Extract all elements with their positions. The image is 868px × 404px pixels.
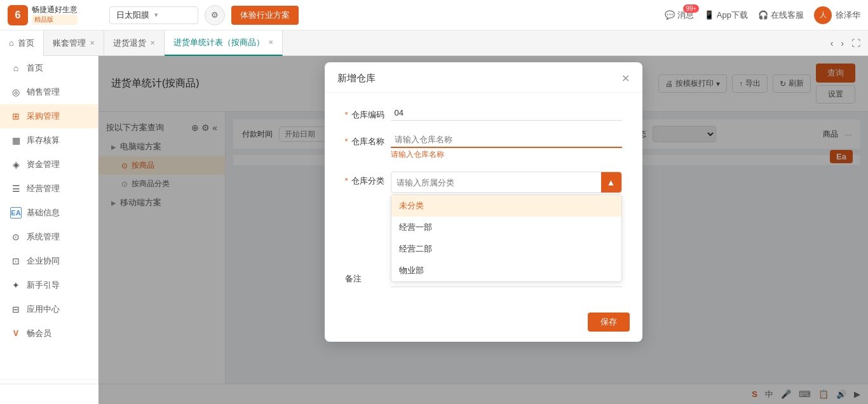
sidebar-item-vip[interactable]: V 畅会员 (0, 321, 98, 346)
category-toggle-button[interactable]: ▲ (601, 172, 621, 192)
save-button[interactable]: 保存 (588, 313, 630, 332)
tab-bar: ⌂ 首页 账套管理 ✕ 进货退货 ✕ 进货单统计表（按商品） ✕ ‹ › ⛶ (0, 30, 868, 56)
app-download-nav[interactable]: 📱 App下载 (704, 10, 748, 21)
message-icon: 💬 (665, 10, 675, 20)
basic-icon: EA (10, 207, 22, 219)
sidebar-item-system[interactable]: ⊙ 系统管理 (0, 225, 98, 249)
modal-body: * 仓库编码 * 仓库名称 请输入仓库名称 (325, 93, 642, 305)
tab-actions: ‹ › ⛶ (828, 36, 868, 51)
tab-accounts[interactable]: 账套管理 ✕ (44, 30, 104, 56)
sidebar-item-enterprise[interactable]: ⊡ 企业协同 (0, 249, 98, 273)
system-icon: ⊙ (10, 231, 22, 243)
tab-close-icon[interactable]: ✕ (90, 39, 95, 46)
sidebar: ⌂ 首页 ◎ 销售管理 ⊞ 采购管理 ▦ 库存核算 ◈ 资金管理 ☰ 经营管理 … (0, 56, 98, 404)
sidebar-item-home[interactable]: ⌂ 首页 (0, 56, 98, 80)
app-badge: 精品版 (32, 15, 78, 25)
header-right: 💬 消息 99+ 📱 App下载 🎧 在线客服 人 徐泽华 (665, 6, 860, 24)
sales-icon: ◎ (10, 86, 22, 98)
category-label: * 仓库分类 (345, 172, 391, 187)
operations-icon: ☰ (10, 183, 22, 194)
modal-header: 新增仓库 ✕ (325, 62, 642, 93)
sidebar-item-finance[interactable]: ◈ 资金管理 (0, 152, 98, 177)
sidebar-item-operations[interactable]: ☰ 经营管理 (0, 177, 98, 201)
username: 徐泽华 (836, 10, 860, 21)
sidebar-item-inventory[interactable]: ▦ 库存核算 (0, 128, 98, 152)
finance-icon: ◈ (10, 159, 22, 170)
modal-footer: 保存 (325, 305, 642, 342)
tab-purchase-stats[interactable]: 进货单统计表（按商品） ✕ (165, 30, 283, 56)
app-logo-icon: 6 (8, 5, 28, 25)
sidebar-item-purchase[interactable]: ⊞ 采购管理 (0, 104, 98, 128)
experience-button[interactable]: 体验行业方案 (231, 6, 299, 25)
vip-icon: V (10, 328, 22, 339)
category-input[interactable] (391, 175, 601, 191)
code-field-row: * 仓库编码 (345, 105, 622, 121)
sidebar-item-sales[interactable]: ◎ 销售管理 (0, 80, 98, 104)
sidebar-item-apps[interactable]: ⊟ 应用中心 (0, 297, 98, 321)
chevron-down-icon: ▾ (154, 11, 158, 19)
name-label: * 仓库名称 (345, 132, 391, 147)
content-area: 进货单统计(按商品) 🖨 按模板打印 ▾ ↑ 导出 ↻ 刷新 查询 设置 (98, 56, 868, 404)
sidebar-item-basic[interactable]: EA 基础信息 (0, 201, 98, 225)
home-icon: ⌂ (9, 38, 14, 48)
tab-close-icon[interactable]: ✕ (150, 39, 155, 46)
modal-title: 新增仓库 (337, 72, 376, 84)
code-label: * 仓库编码 (345, 105, 391, 121)
home-icon: ⌂ (10, 62, 22, 74)
tab-next-button[interactable]: › (838, 36, 846, 51)
enterprise-icon: ⊡ (10, 255, 22, 267)
name-error-message: 请输入仓库名称 (391, 149, 622, 160)
dropdown-item-dept2[interactable]: 经营二部 (391, 238, 621, 260)
app-title: 畅捷通好生意 (32, 5, 78, 15)
new-warehouse-modal: 新增仓库 ✕ * 仓库编码 * 仓库名称 (325, 62, 642, 342)
message-badge: 99+ (683, 4, 698, 13)
messages-nav[interactable]: 💬 消息 99+ (665, 10, 694, 21)
user-profile[interactable]: 人 徐泽华 (814, 6, 860, 24)
inventory-icon: ▦ (10, 135, 22, 146)
modal-close-button[interactable]: ✕ (621, 72, 630, 84)
dropdown-item-dept1[interactable]: 经营一部 (391, 217, 621, 238)
tab-close-icon[interactable]: ✕ (268, 39, 273, 46)
logo-area: 6 畅捷通好生意 精品版 (8, 5, 103, 25)
category-input-wrapper: ▲ (391, 172, 622, 193)
tab-home[interactable]: ⌂ 首页 (0, 30, 44, 56)
online-service-nav[interactable]: 🎧 在线客服 (758, 10, 804, 21)
main-layout: ⌂ 首页 ◎ 销售管理 ⊞ 采购管理 ▦ 库存核算 ◈ 资金管理 ☰ 经营管理 … (0, 56, 868, 404)
notes-label: 备注 (345, 269, 391, 285)
tab-prev-button[interactable]: ‹ (828, 36, 836, 51)
category-field-row: * 仓库分类 ▲ 未分类 (345, 172, 622, 193)
dropdown-item-uncategorized[interactable]: 未分类 (391, 195, 621, 217)
name-input[interactable] (391, 132, 622, 148)
purchase-icon: ⊞ (10, 111, 22, 122)
tab-expand-button[interactable]: ⛶ (849, 36, 863, 51)
tab-purchase-return[interactable]: 进货退货 ✕ (104, 30, 165, 56)
sidebar-item-guide[interactable]: ✦ 新手引导 (0, 273, 98, 297)
category-dropdown: 未分类 经营一部 经营二部 物业部 (391, 194, 622, 282)
avatar: 人 (814, 6, 832, 24)
phone-icon: 📱 (704, 10, 714, 20)
top-header: 6 畅捷通好生意 精品版 日太阳膜 ▾ ⚙ 体验行业方案 💬 消息 99+ 📱 … (0, 0, 868, 30)
name-field-row: * 仓库名称 请输入仓库名称 (345, 132, 622, 160)
apps-icon: ⊟ (10, 304, 22, 315)
settings-button[interactable]: ⚙ (205, 5, 225, 25)
guide-icon: ✦ (10, 279, 22, 291)
dropdown-item-property[interactable]: 物业部 (391, 260, 621, 281)
headset-icon: 🎧 (758, 10, 768, 20)
store-name: 日太阳膜 (116, 10, 149, 21)
category-field: ▲ 未分类 经营一部 经营二部 (391, 172, 622, 193)
code-input[interactable] (391, 105, 622, 121)
store-selector[interactable]: 日太阳膜 ▾ (109, 6, 198, 24)
